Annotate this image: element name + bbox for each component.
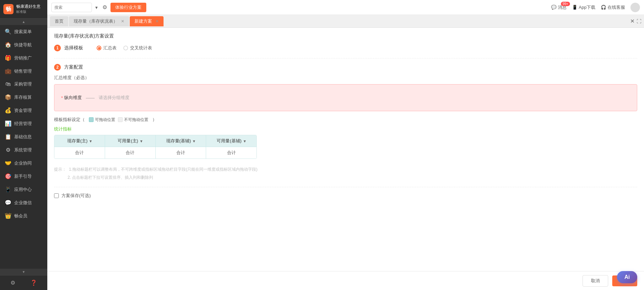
- indicator-col-3: 现存量(基辅) ▾ 合计: [156, 135, 206, 159]
- section-divider-1: [54, 58, 637, 58]
- tab-home[interactable]: 首页: [50, 16, 68, 26]
- sidebar-item-guide[interactable]: 🎯 新手引导: [0, 170, 47, 183]
- indicator-col-1: 现存量(主) ▾ 合计: [54, 135, 105, 159]
- sidebar-item-sales[interactable]: 💼 销售管理: [0, 65, 47, 78]
- phone-download-icon: 📱: [572, 5, 577, 10]
- experience-button[interactable]: 体验行业方案: [110, 3, 146, 12]
- sidebar-item-enterprise[interactable]: 🤝 企业协同: [0, 156, 47, 170]
- radio-cross[interactable]: 交叉统计表: [123, 45, 152, 51]
- col4-dropdown-icon[interactable]: ▾: [244, 139, 246, 144]
- indicators-label: 模板指标设定（ 可拖动位置 不可拖动位置 ）: [54, 117, 637, 123]
- indicator-body-cell-3: 合计: [156, 147, 206, 159]
- ai-float-button[interactable]: Ai: [617, 271, 637, 283]
- sidebar-item-label: 采购管理: [14, 81, 32, 87]
- tab-inventory[interactable]: 现存量（库存状况表） ✕: [69, 16, 129, 26]
- indicator-header-cell-2[interactable]: 可用量(主) ▾: [105, 135, 155, 147]
- message-button[interactable]: 💬 消息 99+: [551, 4, 567, 10]
- app-logo-icon: 畅: [3, 4, 14, 14]
- col2-label: 可用量(主): [118, 138, 138, 144]
- top-bar-right: 💬 消息 99+ 📱 App下载 🎧 在线客服: [551, 3, 640, 12]
- tab-new-plan-label: 新建方案: [134, 18, 152, 24]
- tabs-expand-button[interactable]: ⛶: [637, 19, 641, 24]
- col3-dropdown-icon[interactable]: ▾: [193, 139, 195, 144]
- sidebar-item-inventory[interactable]: 📦 库存核算: [0, 91, 47, 104]
- dimension-box[interactable]: * 纵向维度 —— 请选择分组维度: [54, 84, 637, 111]
- sidebar-scroll-down[interactable]: ▼: [0, 269, 47, 275]
- sidebar-item-search[interactable]: 🔍 搜索菜单: [0, 25, 47, 38]
- sidebar-item-label: 销售管理: [14, 68, 32, 74]
- tips-item-1: 提示： 1.拖动标题栏可以调整布局，不可跨维度或指标区域拖动栏目字段(只能在同一…: [54, 165, 637, 173]
- cancel-button[interactable]: 取消: [583, 275, 608, 287]
- search-dropdown-button[interactable]: ▾: [95, 5, 98, 10]
- home-icon: 🏠: [5, 42, 11, 48]
- service-label: 在线客服: [608, 4, 625, 10]
- radio-cross-circle: [123, 46, 128, 50]
- settings-button[interactable]: ⚙: [9, 278, 17, 287]
- indicators-close: ）: [152, 117, 157, 123]
- indicator-header-cell-1[interactable]: 现存量(主) ▾: [54, 135, 105, 147]
- sidebar-item-label: 企业协同: [14, 160, 32, 166]
- movable-label: 可拖动位置: [95, 117, 115, 123]
- sidebar-item-marketing[interactable]: 🎁 营销推广: [0, 51, 47, 65]
- sidebar-item-label: 企业微信: [14, 200, 32, 206]
- section1-header: 1 选择模板 汇总表 交叉统计表: [54, 45, 637, 51]
- tab-inventory-close[interactable]: ✕: [121, 19, 124, 24]
- sidebar-item-label: 经营管理: [14, 121, 32, 127]
- radio-summary[interactable]: 汇总表: [97, 45, 117, 51]
- sidebar-item-basic[interactable]: 📋 基础信息: [0, 130, 47, 143]
- app-name: 畅康通好生意: [16, 4, 41, 9]
- tab-new-plan[interactable]: 新建方案 ✕: [130, 16, 164, 26]
- basic-icon: 📋: [5, 134, 11, 140]
- sidebar-item-quick-nav[interactable]: 🏠 快捷导航: [0, 38, 47, 51]
- sidebar-item-app-center[interactable]: 📱 应用中心: [0, 183, 47, 196]
- save-label: 方案保存(可选): [61, 193, 91, 199]
- radio-summary-circle: [97, 46, 101, 50]
- sidebar-item-purchase[interactable]: 🛍 采购管理: [0, 78, 47, 91]
- sidebar-item-finance[interactable]: 💰 资金管理: [0, 104, 47, 117]
- sidebar-item-label: 库存核算: [14, 94, 32, 100]
- col4-label: 可用量(基辅): [217, 138, 242, 144]
- help-button[interactable]: ❓: [29, 278, 39, 287]
- message-badge: 99+: [561, 2, 570, 6]
- tabs-bar-right: ✕ ⛶: [630, 18, 641, 24]
- col1-dropdown-icon[interactable]: ▾: [90, 139, 92, 144]
- save-checkbox-row: 方案保存(可选): [54, 193, 637, 199]
- sidebar-item-label: 营销推广: [14, 55, 32, 61]
- radio-summary-label: 汇总表: [103, 45, 117, 51]
- sidebar-item-system[interactable]: ⚙ 系统管理: [0, 143, 47, 156]
- sidebar-item-member[interactable]: 👑 畅会员: [0, 209, 47, 222]
- sidebar-item-label: 系统管理: [14, 147, 32, 153]
- tips-item-2: 2. 点击标题栏下拉可设置排序、插入列和删除列: [54, 173, 637, 182]
- app-download-button[interactable]: 📱 App下载: [572, 4, 595, 10]
- indicator-table-header: 现存量(主) ▾ 合计 可用量(主) ▾ 合计: [54, 135, 256, 159]
- indicators-text: 模板指标设定（: [54, 117, 85, 123]
- tab-new-plan-close[interactable]: ✕: [155, 19, 159, 24]
- sidebar: 畅 畅康通好生意 标准版 ▲ 🔍 搜索菜单 🏠 快捷导航 🎁 营销推广 💼 销售…: [0, 0, 47, 290]
- indicator-header-cell-3[interactable]: 现存量(基辅) ▾: [156, 135, 206, 147]
- phone-icon: 📱: [5, 186, 11, 193]
- tabs-close-button[interactable]: ✕: [630, 18, 635, 24]
- headset-icon: 🎧: [601, 5, 606, 10]
- col3-label: 现存量(基辅): [166, 138, 191, 144]
- section2-header: 2 方案配置: [54, 64, 637, 71]
- tabs-bar: 首页 现存量（库存状况表） ✕ 新建方案 ✕ ✕ ⛶: [47, 15, 644, 28]
- online-service-button[interactable]: 🎧 在线客服: [601, 4, 625, 10]
- top-search-input[interactable]: [51, 3, 92, 12]
- sidebar-item-management[interactable]: 📊 经营管理: [0, 117, 47, 130]
- movable-indicator-box: [89, 117, 94, 122]
- section1-title: 选择模板: [64, 45, 83, 51]
- search-icon: 🔍: [5, 28, 11, 35]
- indicator-header-cell-4[interactable]: 可用量(基辅) ▾: [206, 135, 256, 147]
- sidebar-item-label: 应用中心: [14, 187, 32, 193]
- indicator-body-cell-1: 合计: [54, 147, 105, 159]
- tab-inventory-label: 现存量（库存状况表）: [74, 18, 118, 24]
- app-download-label: App下载: [579, 4, 595, 10]
- save-checkbox[interactable]: [54, 193, 59, 198]
- sidebar-item-wechat[interactable]: 💬 企业微信: [0, 196, 47, 209]
- col2-dropdown-icon[interactable]: ▾: [140, 139, 143, 144]
- sidebar-scroll-up[interactable]: ▲: [0, 19, 47, 25]
- settings-icon[interactable]: ⚙: [102, 4, 107, 10]
- tab-home-label: 首页: [55, 18, 64, 24]
- user-avatar[interactable]: [630, 3, 640, 12]
- toggle-movable: 可拖动位置: [89, 117, 115, 123]
